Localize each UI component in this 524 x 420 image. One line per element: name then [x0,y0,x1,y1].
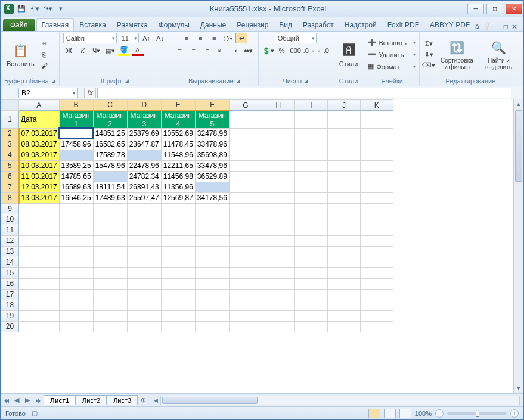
row-header[interactable]: 16 [1,278,19,289]
cell[interactable]: 14785,65 [59,171,93,182]
decrease-font-icon[interactable]: A↓ [154,33,166,43]
normal-view-button[interactable] [368,409,380,418]
fill-icon[interactable]: ⬇▾ [423,50,434,60]
cell[interactable]: 25597,47 [127,192,161,203]
column-header[interactable]: F [195,100,229,111]
cell[interactable] [327,257,360,267]
wrap-text-icon[interactable]: ↩ [235,33,247,43]
cell[interactable] [195,225,229,235]
redo-icon[interactable]: ↷▾ [42,4,53,14]
zoom-in-button[interactable]: + [510,409,519,418]
merge-icon[interactable]: ⇔▾ [243,45,255,56]
ribbon-tab-надстрой[interactable]: Надстрой [339,18,382,31]
cell[interactable] [59,203,93,214]
cell[interactable] [294,246,327,257]
cell[interactable] [327,321,360,332]
cell[interactable] [161,300,195,310]
cell[interactable] [262,139,294,150]
cell[interactable] [327,182,360,192]
underline-icon[interactable]: Ч▾ [91,45,103,56]
cell[interactable] [360,257,393,267]
orientation-icon[interactable]: ⭯▾ [222,33,234,43]
cell[interactable] [229,310,262,321]
cell[interactable]: 11356,96 [161,182,195,192]
cell[interactable] [360,192,393,203]
cell[interactable] [360,111,393,129]
insert-cells-button[interactable]: ➕Вставить [368,38,416,48]
cell[interactable] [360,267,393,278]
ribbon-tab-данные[interactable]: Данные [195,18,231,31]
cell[interactable]: Магазин 5 [195,111,229,129]
worksheet-grid[interactable]: ABCDEFGHIJK1ДатаМагазин 1Магазин 2Магази… [1,99,393,332]
cell[interactable] [127,321,161,332]
page-layout-view-button[interactable] [384,409,396,418]
cell[interactable]: 17589,78 [93,150,127,160]
format-painter-icon[interactable]: 🖌 [39,61,50,70]
cell[interactable] [59,225,93,235]
styles-button[interactable]: 🅰 Стили [337,41,361,69]
comma-icon[interactable]: 000 [290,45,302,56]
cell[interactable] [59,150,93,160]
paste-button[interactable]: 📋 Вставить [4,41,37,69]
cell[interactable] [161,267,195,278]
row-header[interactable]: 3 [1,139,19,150]
sheet-tab[interactable]: Лист1 [44,395,76,405]
cell[interactable]: 12211,65 [161,160,195,171]
cell[interactable]: 12.03.2017 [19,182,60,192]
cell[interactable]: 09.03.2017 [19,150,60,160]
cell[interactable] [19,203,60,214]
align-launcher-icon[interactable]: ◢ [236,78,240,84]
percent-icon[interactable]: % [276,45,288,56]
cell[interactable] [327,278,360,289]
cell[interactable]: 10552,69 [161,128,195,139]
ribbon-tab-foxit pdf[interactable]: Foxit PDF [382,18,424,31]
cell[interactable]: 11478,45 [161,139,195,150]
cell[interactable]: 32478,96 [195,128,229,139]
cell[interactable]: 08.03.2017 [19,139,60,150]
cell[interactable] [59,246,93,257]
cell[interactable] [127,289,161,300]
cell[interactable] [229,289,262,300]
cell[interactable] [360,171,393,182]
cell[interactable] [93,278,127,289]
cell[interactable] [93,289,127,300]
cell[interactable]: 18111,54 [93,182,127,192]
cell[interactable]: 11456,98 [161,171,195,182]
cell[interactable] [327,150,360,160]
row-header[interactable]: 10 [1,214,19,225]
cell[interactable] [93,225,127,235]
cell[interactable] [59,128,93,139]
cell[interactable] [294,214,327,225]
clear-icon[interactable]: ⌫▾ [423,61,434,70]
cell[interactable] [161,203,195,214]
font-launcher-icon[interactable]: ◢ [125,78,129,84]
number-launcher-icon[interactable]: ◢ [304,78,308,84]
cell[interactable] [19,321,60,332]
row-header[interactable]: 4 [1,150,19,160]
cell[interactable]: 17489,63 [93,192,127,203]
cell[interactable] [327,289,360,300]
cell[interactable] [229,150,262,160]
window-restore-icon[interactable]: □ [504,23,508,31]
cell[interactable] [127,267,161,278]
cell[interactable] [360,182,393,192]
cell[interactable] [327,192,360,203]
cell[interactable] [262,192,294,203]
cell[interactable] [195,203,229,214]
font-size-combo[interactable]: 11 [119,33,139,43]
cell[interactable] [294,257,327,267]
cell[interactable] [229,171,262,182]
cell[interactable] [127,150,161,160]
cell[interactable] [294,310,327,321]
cell[interactable] [327,267,360,278]
cell[interactable] [93,300,127,310]
window-close-icon[interactable]: ✕ [511,23,517,31]
row-header[interactable]: 14 [1,257,19,267]
cell[interactable] [360,246,393,257]
row-header[interactable]: 20 [1,321,19,332]
cell[interactable] [294,182,327,192]
cell[interactable]: 23647,87 [127,139,161,150]
copy-icon[interactable]: ⎘ [39,50,50,60]
decrease-indent-icon[interactable]: ⇤ [215,45,227,56]
cell[interactable] [360,160,393,171]
